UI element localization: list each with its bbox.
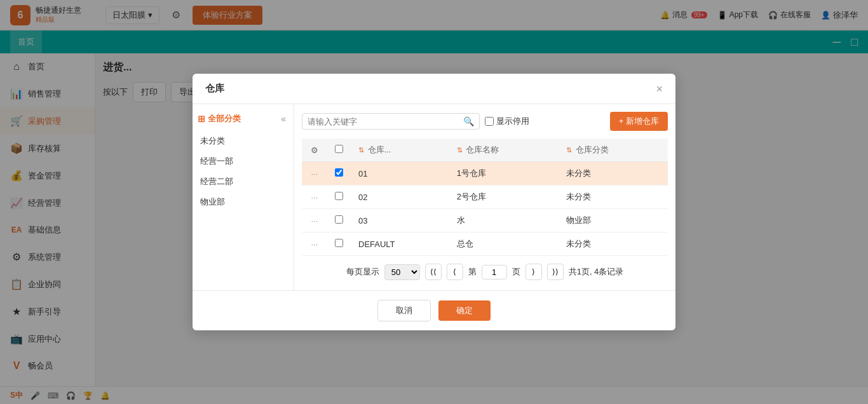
category-item-property[interactable]: 物业部 — [193, 192, 294, 212]
row-checkbox[interactable] — [335, 192, 343, 200]
dialog-footer: 取消 确定 — [193, 290, 675, 330]
pagination: 每页显示 50 20 100 ⟨⟨ ⟨ 第 页 ⟩ ⟩⟩ 共1页, 4条记录 — [302, 256, 668, 283]
col-category: ⇅ 仓库分类 — [559, 138, 668, 162]
category-item-uncategorized[interactable]: 未分类 — [193, 131, 294, 151]
row-name: 总仓 — [449, 232, 559, 256]
table-wrap: ⚙ ⇅ 仓库... ⇅ 仓库名称 — [302, 138, 668, 256]
col-name: ⇅ 仓库名称 — [449, 138, 559, 162]
prev-page-button[interactable]: ⟨ — [447, 264, 463, 280]
cancel-button[interactable]: 取消 — [377, 300, 431, 321]
left-panel-header: ⊞ 全部分类 « — [193, 109, 294, 128]
collapse-button[interactable]: « — [281, 114, 286, 124]
page-size-select[interactable]: 50 20 100 — [384, 264, 420, 280]
all-category[interactable]: ⊞ 全部分类 — [198, 113, 241, 125]
row-name: 水 — [449, 209, 559, 232]
row-code: 03 — [351, 209, 449, 232]
table-row[interactable]: ··· 01 1号仓库 未分类 — [302, 162, 668, 185]
row-category: 物业部 — [559, 209, 668, 232]
row-code: 02 — [351, 185, 449, 209]
row-category: 未分类 — [559, 162, 668, 185]
row-checkbox-cell — [327, 209, 351, 232]
total-label: 共1页, 4条记录 — [569, 266, 624, 278]
dialog-body: ⊞ 全部分类 « 未分类 经营一部 经营二部 物业部 — [193, 104, 675, 290]
left-panel: ⊞ 全部分类 « 未分类 经营一部 经营二部 物业部 — [193, 104, 294, 290]
dialog-close-button[interactable]: × — [656, 83, 663, 95]
search-bar: 🔍 显示停用 + 新增仓库 — [302, 112, 668, 131]
search-input-wrap: 🔍 — [302, 113, 480, 130]
row-actions: ··· — [302, 209, 327, 232]
dialog-header: 仓库 × — [193, 74, 675, 104]
table-row[interactable]: ··· 02 2号仓库 未分类 — [302, 185, 668, 209]
first-page-button[interactable]: ⟨⟨ — [425, 264, 442, 280]
col-settings: ⚙ — [302, 138, 327, 162]
table-row[interactable]: ··· 03 水 物业部 — [302, 209, 668, 232]
row-name: 2号仓库 — [449, 185, 559, 209]
next-page-button[interactable]: ⟩ — [526, 264, 542, 280]
row-code: DEFAULT — [351, 232, 449, 256]
category-item-dept1[interactable]: 经营一部 — [193, 151, 294, 172]
select-all-checkbox[interactable] — [335, 145, 343, 153]
row-name: 1号仓库 — [449, 162, 559, 185]
row-actions: ··· — [302, 232, 327, 256]
sort-icon-name: ⇅ — [457, 146, 463, 154]
row-checkbox[interactable] — [335, 239, 343, 247]
row-actions: ··· — [302, 162, 327, 185]
warehouse-table: ⚙ ⇅ 仓库... ⇅ 仓库名称 — [302, 138, 668, 256]
row-category: 未分类 — [559, 232, 668, 256]
row-checkbox-cell — [327, 185, 351, 209]
category-item-dept2[interactable]: 经营二部 — [193, 172, 294, 192]
dialog-title: 仓库 — [205, 83, 224, 95]
right-panel: 🔍 显示停用 + 新增仓库 ⚙ — [294, 104, 675, 290]
row-checkbox-cell — [327, 232, 351, 256]
add-warehouse-button[interactable]: + 新增仓库 — [610, 112, 668, 131]
row-checkbox[interactable] — [335, 168, 343, 177]
last-page-button[interactable]: ⟩⟩ — [547, 264, 564, 280]
table-row[interactable]: ··· DEFAULT 总仓 未分类 — [302, 232, 668, 256]
show-disabled-label: 显示停用 — [485, 116, 529, 127]
col-checkbox — [327, 138, 351, 162]
grid-icon: ⊞ — [198, 114, 205, 124]
col-code: ⇅ 仓库... — [351, 138, 449, 162]
dialog-overlay: 仓库 × ⊞ 全部分类 « 未分类 经营一部 — [0, 0, 868, 404]
sort-icon-code: ⇅ — [358, 146, 364, 154]
sort-icon-category: ⇅ — [566, 146, 572, 154]
table-header-row: ⚙ ⇅ 仓库... ⇅ 仓库名称 — [302, 138, 668, 162]
search-icon: 🔍 — [463, 116, 474, 126]
page-input[interactable] — [482, 265, 507, 279]
show-disabled-checkbox[interactable] — [485, 117, 494, 126]
search-input[interactable] — [308, 117, 463, 126]
row-code: 01 — [351, 162, 449, 185]
confirm-button[interactable]: 确定 — [438, 300, 491, 321]
row-actions: ··· — [302, 185, 327, 209]
row-category: 未分类 — [559, 185, 668, 209]
warehouse-dialog: 仓库 × ⊞ 全部分类 « 未分类 经营一部 — [193, 74, 675, 330]
row-checkbox[interactable] — [335, 215, 343, 224]
row-checkbox-cell — [327, 162, 351, 185]
